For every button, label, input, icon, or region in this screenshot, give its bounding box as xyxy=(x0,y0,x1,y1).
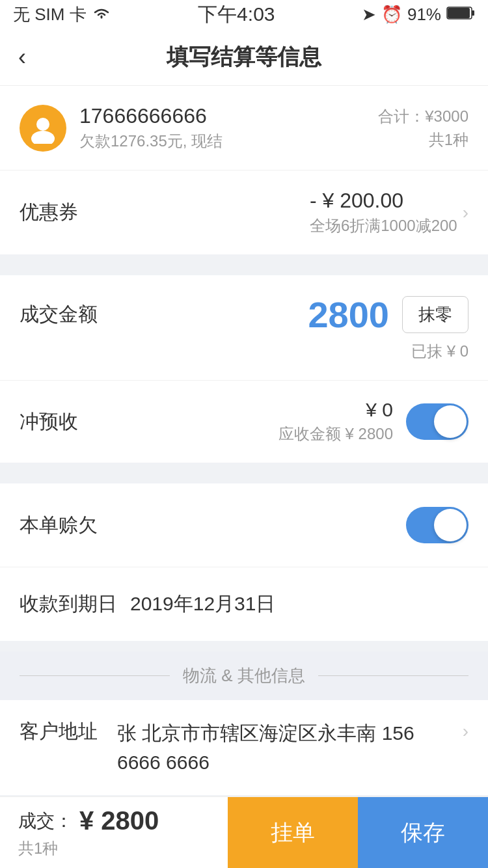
customer-card: 17666666666 欠款1276.35元, 现结 合计：¥3000 共1种 … xyxy=(0,86,488,254)
address-label: 客户地址 xyxy=(20,718,98,745)
prepay-amount-block: ¥ 0 应收金额 ¥ 2800 xyxy=(278,399,393,444)
logistics-header-text: 物流 & 其他信息 xyxy=(183,664,305,687)
amount-row: 成交金额 2800 抹零 xyxy=(20,293,468,336)
coupon-info: - ¥ 200.00 全场6折满1000减200 xyxy=(310,189,457,236)
nav-bar: ‹ 填写结算等信息 xyxy=(0,29,488,86)
status-bar: 无 SIM 卡 下午4:03 ➤ ⏰ 91% xyxy=(0,0,488,29)
amount-label: 成交金额 xyxy=(20,301,98,328)
svg-rect-1 xyxy=(472,10,474,16)
content: 17666666666 欠款1276.35元, 现结 合计：¥3000 共1种 … xyxy=(0,86,488,868)
customer-row: 17666666666 欠款1276.35元, 现结 合计：¥3000 共1种 xyxy=(0,86,488,170)
due-date-value: 2019年12月31日 xyxy=(130,591,275,617)
prepay-row: 冲预收 ¥ 0 应收金额 ¥ 2800 xyxy=(20,399,468,444)
amount-right: 2800 抹零 xyxy=(308,293,468,336)
avatar-inner xyxy=(20,105,66,152)
customer-info: 17666666666 欠款1276.35元, 现结 xyxy=(79,104,223,152)
alarm-icon: ⏰ xyxy=(381,5,402,25)
prepay-sub: 应收金额 ¥ 2800 xyxy=(278,424,393,444)
header-line-left xyxy=(20,675,170,676)
status-left: 无 SIM 卡 xyxy=(13,3,111,26)
logistics-header: 物流 & 其他信息 xyxy=(0,651,488,700)
avatar xyxy=(20,105,66,152)
toggle-knob xyxy=(434,405,467,438)
customer-right: 合计：¥3000 共1种 xyxy=(378,106,468,150)
coupon-row[interactable]: 优惠券 - ¥ 200.00 全场6折满1000减200 › xyxy=(0,170,488,254)
due-date-section: 收款到期日 2019年12月31日 xyxy=(0,567,488,641)
svg-rect-2 xyxy=(448,8,470,18)
section-divider-2 xyxy=(0,463,488,473)
bad-debt-label: 本单赊欠 xyxy=(20,512,98,539)
footer-deal-amount: ¥ 2800 xyxy=(79,806,159,835)
bad-debt-toggle-knob xyxy=(434,509,467,541)
amount-sub: 已抹 ¥ 0 xyxy=(20,341,468,362)
prepay-amount: ¥ 0 xyxy=(278,399,393,421)
prepay-toggle[interactable] xyxy=(406,403,468,440)
prepay-section: 冲预收 ¥ 0 应收金额 ¥ 2800 xyxy=(0,380,488,463)
wifi-icon xyxy=(92,5,111,25)
footer-summary: 成交： ¥ 2800 共1种 xyxy=(0,806,228,859)
status-right: ➤ ⏰ 91% xyxy=(362,5,475,25)
coupon-discount: - ¥ 200.00 xyxy=(310,189,457,213)
address-section: 客户地址 张 北京市市辖区海淀区永丰南 156 6666 6666 › xyxy=(0,700,488,795)
customer-phone: 17666666666 xyxy=(79,104,223,128)
customer-note: 欠款1276.35元, 现结 xyxy=(79,131,223,152)
save-button[interactable]: 保存 xyxy=(358,797,488,869)
coupon-label: 优惠券 xyxy=(20,199,78,226)
location-icon: ➤ xyxy=(362,5,376,25)
bad-debt-row: 本单赊欠 xyxy=(20,507,468,543)
sim-icon: 无 SIM 卡 xyxy=(13,3,87,26)
address-row[interactable]: 客户地址 张 北京市市辖区海淀区永丰南 156 6666 6666 › xyxy=(20,718,468,777)
amount-section: 成交金额 2800 抹零 已抹 ¥ 0 xyxy=(0,275,488,380)
hang-button[interactable]: 挂单 xyxy=(228,797,358,869)
total-count: 共1种 xyxy=(378,129,468,150)
footer-deal-label: 成交： xyxy=(18,809,73,834)
footer-deal: 成交： ¥ 2800 xyxy=(18,806,210,835)
battery-text: 91% xyxy=(407,5,441,25)
prepay-label: 冲预收 xyxy=(20,409,78,435)
amount-value: 2800 xyxy=(308,293,389,336)
battery-icon xyxy=(446,5,475,25)
due-date-row: 收款到期日 2019年12月31日 xyxy=(20,591,468,617)
coupon-chevron-icon: › xyxy=(463,202,468,223)
coupon-right: - ¥ 200.00 全场6折满1000减200 › xyxy=(310,189,468,236)
total-label: 合计：¥3000 xyxy=(378,106,468,127)
svg-point-3 xyxy=(36,118,49,131)
page-title: 填写结算等信息 xyxy=(167,42,321,72)
svg-point-4 xyxy=(31,131,55,144)
due-date-label: 收款到期日 xyxy=(20,591,117,617)
prepay-right: ¥ 0 应收金额 ¥ 2800 xyxy=(278,399,468,444)
address-chevron-icon: › xyxy=(463,718,468,742)
section-divider-1 xyxy=(0,265,488,275)
footer-bar: 成交： ¥ 2800 共1种 挂单 保存 xyxy=(0,796,488,868)
footer-count: 共1种 xyxy=(18,838,210,859)
total-amount-inline: ¥3000 xyxy=(425,107,468,125)
header-line-right xyxy=(318,675,468,676)
bad-debt-toggle[interactable] xyxy=(406,507,468,543)
bad-debt-section: 本单赊欠 xyxy=(0,483,488,567)
coupon-desc: 全场6折满1000减200 xyxy=(310,215,457,236)
round-button[interactable]: 抹零 xyxy=(402,296,468,333)
status-time: 下午4:03 xyxy=(198,1,275,28)
customer-left: 17666666666 欠款1276.35元, 现结 xyxy=(20,104,223,152)
address-value: 张 北京市市辖区海淀区永丰南 156 6666 6666 xyxy=(117,718,456,777)
back-button[interactable]: ‹ xyxy=(18,44,26,71)
